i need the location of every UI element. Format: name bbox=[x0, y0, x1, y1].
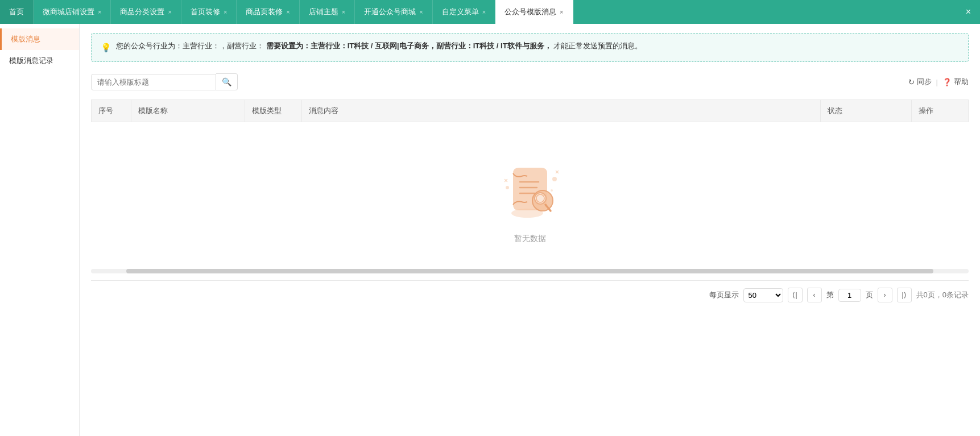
tab-homepage-decor[interactable]: 首页装修 × bbox=[181, 0, 237, 24]
sidebar: 模版消息 模版消息记录 bbox=[0, 24, 80, 436]
top-nav: 首页 微商城店铺设置 × 商品分类设置 × 首页装修 × 商品页装修 × 店铺主… bbox=[0, 0, 980, 24]
tab-category-settings[interactable]: 商品分类设置 × bbox=[111, 0, 181, 24]
col-name: 模版名称 bbox=[131, 100, 245, 122]
sync-icon: ↻ bbox=[908, 78, 915, 86]
sidebar-item-template-msg-record[interactable]: 模版消息记录 bbox=[0, 50, 79, 72]
scrollbar-thumb[interactable] bbox=[126, 269, 934, 273]
tab-store-settings-label: 微商城店铺设置 bbox=[43, 7, 94, 17]
first-page-button[interactable]: ⟨| bbox=[788, 288, 803, 302]
tab-open-wechat-close[interactable]: × bbox=[419, 9, 423, 15]
sync-label: 同步 bbox=[917, 77, 932, 87]
sidebar-item-template-msg-record-label: 模版消息记录 bbox=[9, 56, 53, 65]
sidebar-item-template-msg-label: 模版消息 bbox=[11, 35, 40, 43]
help-icon: ❓ bbox=[942, 78, 952, 86]
tab-product-decor-close[interactable]: × bbox=[286, 9, 290, 15]
pagination-bar: 每页显示 50 20 100 ⟨| ‹ 第 页 › |⟩ 共0页，0条记录 bbox=[91, 280, 969, 307]
tab-homepage-decor-close[interactable]: × bbox=[224, 9, 227, 15]
main-layout: 模版消息 模版消息记录 💡 您的公众号行业为：主营行业：，副营行业： 需要设置为… bbox=[0, 24, 980, 436]
notice-text: 您的公众号行业为：主营行业：，副营行业： 需要设置为：主营行业：IT科技 / 互… bbox=[116, 40, 642, 52]
tab-product-decor-label: 商品页装修 bbox=[246, 7, 283, 17]
tab-open-wechat-label: 开通公众号商城 bbox=[364, 7, 416, 17]
tab-template-msg-close[interactable]: × bbox=[560, 9, 563, 15]
sidebar-item-template-msg[interactable]: 模版消息 bbox=[0, 28, 79, 50]
help-label: 帮助 bbox=[954, 77, 969, 87]
tab-category-settings-close[interactable]: × bbox=[168, 9, 171, 15]
prev-page-button[interactable]: ‹ bbox=[807, 288, 822, 302]
empty-row: 暂无数据 bbox=[92, 122, 969, 267]
empty-icon bbox=[496, 156, 564, 225]
notice-icon: 💡 bbox=[101, 41, 111, 55]
tab-category-settings-label: 商品分类设置 bbox=[120, 7, 164, 17]
tab-store-theme-label: 店铺主题 bbox=[309, 7, 338, 17]
svg-point-9 bbox=[552, 177, 557, 181]
tab-custom-menu-label: 自定义菜单 bbox=[442, 7, 479, 17]
col-type: 模版类型 bbox=[245, 100, 302, 122]
tab-homepage-decor-label: 首页装修 bbox=[191, 7, 220, 17]
svg-point-8 bbox=[506, 186, 509, 189]
close-all-tabs-button[interactable]: × bbox=[957, 7, 980, 17]
col-status: 状态 bbox=[821, 100, 912, 122]
search-right: ↻ 同步 | ❓ 帮助 bbox=[908, 77, 969, 87]
empty-state: 暂无数据 bbox=[92, 122, 969, 267]
tab-store-theme[interactable]: 店铺主题 × bbox=[300, 0, 355, 24]
page-size-label: 每页显示 bbox=[709, 290, 739, 300]
notice-box: 💡 您的公众号行业为：主营行业：，副营行业： 需要设置为：主营行业：IT科技 /… bbox=[91, 33, 969, 62]
col-action: 操作 bbox=[912, 100, 969, 122]
page-size-select[interactable]: 50 20 100 bbox=[743, 288, 783, 302]
col-index: 序号 bbox=[92, 100, 131, 122]
data-table: 序号 模版名称 模版类型 消息内容 状态 操作 bbox=[91, 99, 969, 267]
search-icon: 🔍 bbox=[222, 77, 231, 86]
notice-highlight-text: 需要设置为：主营行业：IT科技 / 互联网|电子商务，副营行业：IT科技 / I… bbox=[266, 41, 552, 50]
tab-template-msg[interactable]: 公众号模版消息 × bbox=[495, 0, 573, 24]
tab-store-theme-close[interactable]: × bbox=[342, 9, 345, 15]
horizontal-scrollbar[interactable] bbox=[91, 269, 969, 273]
col-content: 消息内容 bbox=[302, 100, 821, 122]
table-header-row: 序号 模版名称 模版类型 消息内容 状态 操作 bbox=[92, 100, 969, 122]
page-label-post: 页 bbox=[866, 290, 873, 300]
svg-point-10 bbox=[551, 189, 553, 192]
content-area: 💡 您的公众号行业为：主营行业：，副营行业： 需要设置为：主营行业：IT科技 /… bbox=[80, 24, 980, 436]
search-left: 🔍 bbox=[91, 73, 238, 90]
tab-open-wechat[interactable]: 开通公众号商城 × bbox=[355, 0, 432, 24]
last-page-button[interactable]: |⟩ bbox=[897, 288, 912, 302]
search-button[interactable]: 🔍 bbox=[216, 73, 238, 90]
tab-home[interactable]: 首页 bbox=[0, 0, 34, 24]
search-bar: 🔍 ↻ 同步 | ❓ 帮助 bbox=[91, 73, 969, 90]
tab-custom-menu[interactable]: 自定义菜单 × bbox=[433, 0, 495, 24]
empty-text: 暂无数据 bbox=[514, 234, 546, 244]
tab-custom-menu-close[interactable]: × bbox=[482, 9, 486, 15]
tab-product-decor[interactable]: 商品页装修 × bbox=[237, 0, 299, 24]
tab-store-settings[interactable]: 微商城店铺设置 × bbox=[34, 0, 111, 24]
divider: | bbox=[936, 78, 938, 86]
total-records-text: 共0页，0条记录 bbox=[916, 290, 969, 300]
page-label-pre: 第 bbox=[826, 290, 834, 300]
search-input[interactable] bbox=[91, 74, 216, 90]
tab-template-msg-label: 公众号模版消息 bbox=[505, 7, 556, 17]
help-button[interactable]: ❓ 帮助 bbox=[942, 77, 969, 87]
next-page-button[interactable]: › bbox=[878, 288, 892, 302]
tab-home-label: 首页 bbox=[9, 7, 24, 17]
tab-store-settings-close[interactable]: × bbox=[98, 9, 101, 15]
current-page-input[interactable] bbox=[838, 289, 861, 302]
sync-button[interactable]: ↻ 同步 bbox=[908, 77, 932, 87]
